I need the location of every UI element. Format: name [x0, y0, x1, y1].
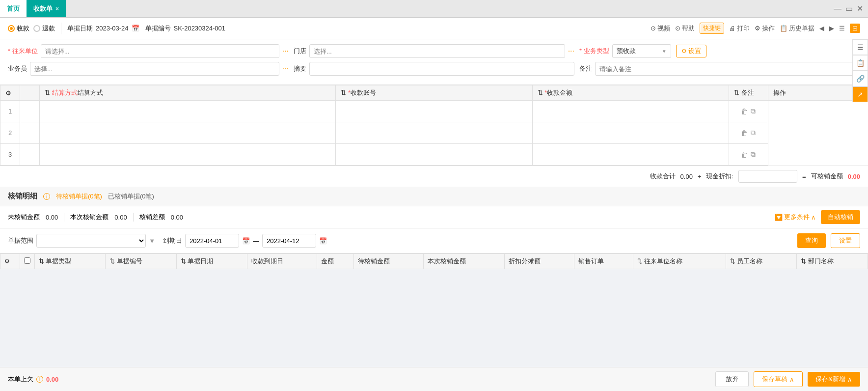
col-bill-date[interactable]: ⇅ 单据日期 — [176, 254, 247, 269]
sidebar-icon-2[interactable]: 📋 — [852, 55, 868, 71]
tab-home-label: 首页 — [7, 4, 20, 13]
row-3-copy-icon[interactable]: ⧉ — [751, 150, 756, 159]
row-1-delete-icon[interactable]: 🗑 — [741, 108, 748, 115]
filter-settings-btn[interactable]: 设置 — [831, 233, 860, 248]
calendar-from-icon[interactable]: 📅 — [242, 237, 250, 245]
list-view-icon[interactable]: ☰ — [839, 25, 845, 32]
col-amount[interactable]: 金额 — [317, 254, 354, 269]
staff-input[interactable] — [30, 62, 279, 76]
row-1-payment[interactable] — [20, 101, 40, 122]
grid-view-icon[interactable]: ⊞ — [850, 24, 860, 33]
more-conditions-btn[interactable]: 🔽 更多条件 ∧ — [775, 213, 816, 222]
row-2-delete-icon[interactable]: 🗑 — [741, 129, 748, 137]
sidebar-icon-3[interactable]: 🔗 — [852, 71, 868, 86]
table-row: 3 🗑 ⧉ — [0, 144, 868, 166]
partner-more-icon[interactable]: ··· — [282, 47, 289, 56]
tab-receipt[interactable]: 收款单 × — [27, 0, 66, 17]
biz-type-dropdown[interactable]: 预收款 ▼ — [612, 44, 671, 58]
select-all-checkbox[interactable] — [24, 257, 30, 264]
done-tab[interactable]: 已核销单据(0笔) — [108, 192, 154, 201]
discard-btn[interactable]: 放弃 — [715, 371, 749, 387]
col-staff[interactable]: ⇅ 员工名称 — [726, 254, 797, 269]
col-sales-order[interactable]: 销售订单 — [574, 254, 633, 269]
history-btn[interactable]: 📋 历史单据 — [780, 24, 814, 33]
col-discount[interactable]: 折扣分摊额 — [504, 254, 574, 269]
query-btn[interactable]: 查询 — [797, 233, 826, 248]
date-to-input[interactable] — [262, 234, 316, 248]
col-settings-header[interactable]: ⚙ — [0, 85, 20, 101]
row-3-payment[interactable] — [20, 144, 40, 166]
summary-row: 收款合计 0.00 + 现金折扣: = 可核销金额 0.00 — [0, 166, 868, 187]
col-due-date[interactable]: 收款到期日 — [247, 254, 317, 269]
pending-tab[interactable]: 待核销单据(0笔) — [56, 192, 102, 201]
col-account-header[interactable]: ⇅ *收款账号 — [336, 85, 532, 101]
save-draft-btn[interactable]: 保存草稿 ∧ — [754, 371, 803, 387]
partner-input[interactable] — [41, 44, 279, 58]
row-3-remark[interactable] — [532, 144, 729, 166]
auto-cancel-btn[interactable]: 自动核销 — [821, 210, 860, 224]
row-2-account[interactable] — [40, 122, 336, 144]
row-2-amount[interactable] — [336, 122, 532, 144]
range-select[interactable] — [36, 234, 146, 248]
tab-close-icon[interactable]: × — [55, 5, 59, 12]
radio-refund[interactable]: 退款 — [33, 24, 55, 33]
nav-right-icon[interactable]: ▶ — [829, 25, 834, 32]
calendar-to-icon[interactable]: 📅 — [319, 237, 327, 245]
shortcut-btn[interactable]: 快捷键 — [700, 23, 724, 34]
row-1-account[interactable] — [40, 101, 336, 122]
col-payment-header[interactable]: ⇅ 结算方式结算方式 — [40, 85, 336, 101]
window-close-icon[interactable]: ✕ — [857, 4, 863, 13]
row-1-remark[interactable] — [532, 101, 729, 122]
row-2-remark[interactable] — [532, 122, 729, 144]
summary-input[interactable] — [309, 62, 574, 76]
biz-type-chevron: ▼ — [662, 49, 667, 54]
calendar-icon[interactable]: 📅 — [132, 25, 139, 32]
row-3-account[interactable] — [40, 144, 336, 166]
remark-input[interactable] — [595, 62, 860, 76]
print-btn[interactable]: 🖨 打印 — [729, 24, 750, 33]
tab-home[interactable]: 首页 — [0, 0, 27, 17]
section-info-icon[interactable]: i — [43, 193, 50, 200]
row-2-copy-icon[interactable]: ⧉ — [751, 129, 756, 137]
date-range-dash: — — [253, 237, 259, 245]
row-2-ops: 🗑 ⧉ — [729, 122, 768, 144]
bill-date-field: 单据日期 2023-03-24 📅 — [67, 24, 139, 33]
toolbar-divider-1 — [61, 23, 61, 34]
uncancelled-value: 0.00 — [46, 214, 58, 221]
row-1-copy-icon[interactable]: ⧉ — [751, 107, 756, 115]
video-btn[interactable]: ⊙ 视频 — [651, 24, 670, 33]
row-1-amount[interactable] — [336, 101, 532, 122]
operate-btn[interactable]: ⚙ 操作 — [755, 24, 775, 33]
save-new-chevron: ∧ — [847, 376, 852, 383]
col-pending[interactable]: 待核销金额 — [354, 254, 424, 269]
radio-receipt[interactable]: 收款 — [8, 24, 29, 33]
col-settings-bottom[interactable]: ⚙ — [0, 254, 20, 269]
row-1-num: 1 — [0, 101, 20, 122]
col-amount-header[interactable]: ⇅ *收款金额 — [532, 85, 729, 101]
row-2-payment[interactable] — [20, 122, 40, 144]
bill-no-label: 单据编号 — [145, 24, 171, 33]
staff-more-icon[interactable]: ··· — [282, 64, 289, 73]
window-minimize-icon[interactable]: — — [834, 4, 841, 13]
save-new-btn[interactable]: 保存&新增 ∧ — [808, 372, 860, 387]
window-restore-icon[interactable]: ▭ — [845, 4, 853, 13]
col-bill-no[interactable]: ⇅ 单据编号 — [106, 254, 176, 269]
balance-info-icon[interactable]: i — [36, 376, 43, 383]
date-from-input[interactable] — [185, 234, 239, 248]
nav-left-icon[interactable]: ◀ — [819, 25, 824, 32]
col-checkbox[interactable] — [20, 254, 35, 269]
sidebar-icon-1[interactable]: ☰ — [852, 39, 868, 55]
sidebar-icon-4[interactable]: ↗ — [852, 86, 868, 102]
settings-btn[interactable]: ⚙ 设置 — [676, 45, 706, 57]
shop-input[interactable] — [309, 44, 565, 58]
row-3-amount[interactable] — [336, 144, 532, 166]
bill-date-label: 单据日期 — [67, 24, 93, 33]
col-dept[interactable]: ⇅ 部门名称 — [797, 254, 868, 269]
col-bill-type[interactable]: ⇅ 单据类型 — [35, 254, 106, 269]
col-partner[interactable]: ⇅ 往来单位名称 — [633, 254, 726, 269]
col-this-cancel[interactable]: 本次核销金额 — [424, 254, 505, 269]
shop-more-icon[interactable]: ··· — [568, 47, 574, 56]
help-btn[interactable]: ⊙ 帮助 — [675, 24, 695, 33]
row-3-delete-icon[interactable]: 🗑 — [741, 151, 748, 159]
discount-input[interactable] — [738, 170, 797, 183]
